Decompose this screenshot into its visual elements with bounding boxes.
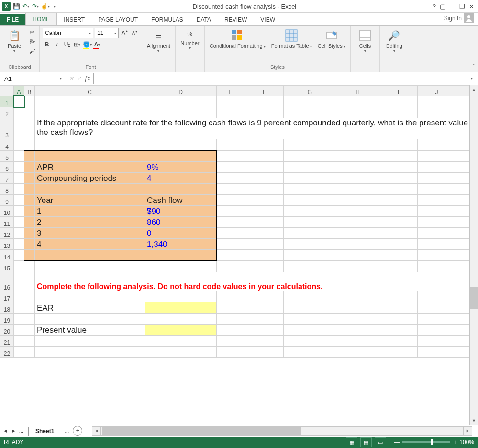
cells-button[interactable]: Cells ▾ [354, 28, 377, 54]
col-header[interactable]: B [24, 86, 35, 96]
year-2[interactable]: 2 [35, 217, 145, 228]
chevron-down-icon[interactable]: ▾ [60, 77, 62, 81]
row-header[interactable]: 1 [0, 96, 14, 107]
pv-input-cell[interactable] [145, 325, 217, 336]
year-3[interactable]: 3 [35, 228, 145, 239]
col-header[interactable]: E [217, 86, 245, 96]
col-header[interactable]: A [14, 86, 24, 96]
row-header[interactable]: 17 [0, 291, 14, 302]
col-header[interactable]: J [418, 86, 456, 96]
row-header[interactable]: 11 [0, 217, 14, 228]
horizontal-scrollbar[interactable]: ◄ ► [92, 426, 472, 436]
border-icon[interactable]: ⊞▾ [73, 40, 81, 49]
paste-button[interactable]: 📋 Paste ▾ [3, 28, 26, 54]
undo-icon[interactable]: ↶▾ [22, 2, 30, 10]
prev-sheet-icon[interactable]: ◄ [3, 428, 8, 434]
fx-icon[interactable]: ƒx [84, 75, 90, 82]
zoom-value[interactable]: 100% [459, 439, 474, 446]
underline-button[interactable]: U▾ [63, 40, 71, 49]
sign-in[interactable]: Sign In [440, 11, 478, 25]
row-header[interactable]: 15 [0, 261, 14, 272]
row-header[interactable]: 8 [0, 184, 14, 195]
tab-review[interactable]: REVIEW [218, 14, 254, 25]
scroll-thumb[interactable] [470, 287, 478, 309]
ribbon-options-icon[interactable]: ▢ [440, 3, 445, 10]
select-all-corner[interactable] [0, 86, 14, 96]
row-header[interactable]: 21 [0, 336, 14, 347]
col-header[interactable]: G [284, 86, 336, 96]
shrink-font-icon[interactable]: A▾ [130, 29, 139, 37]
scroll-right-icon[interactable]: ► [463, 426, 472, 436]
year-1[interactable]: 1 [35, 206, 145, 217]
row-header[interactable]: 7 [0, 173, 14, 184]
save-icon[interactable]: 💾 [12, 2, 20, 10]
row-header[interactable]: 20 [0, 325, 14, 336]
page-break-view-icon[interactable]: ▭ [375, 437, 386, 447]
tab-home[interactable]: HOME [25, 13, 57, 25]
close-icon[interactable]: ✕ [469, 3, 474, 10]
name-box[interactable]: A1 ▾ [2, 73, 64, 84]
vertical-scrollbar[interactable]: ▲ ▼ [469, 85, 478, 425]
cell-A1[interactable] [14, 96, 24, 107]
touch-mode-icon[interactable]: ☝▾ [41, 2, 49, 10]
row-header[interactable]: 6 [0, 162, 14, 173]
col-header[interactable]: H [336, 86, 379, 96]
row-header[interactable]: 4 [0, 139, 14, 151]
cut-icon[interactable]: ✂ [28, 28, 36, 36]
italic-button[interactable]: I [53, 40, 61, 49]
copy-icon[interactable]: ⎘▾ [28, 37, 36, 46]
help-icon[interactable]: ? [433, 3, 436, 10]
cell-styles-button[interactable]: Cell Styles ▾ [316, 28, 347, 51]
redo-icon[interactable]: ↷▾ [32, 2, 39, 10]
tab-formulas[interactable]: FORMULAS [145, 14, 190, 25]
row-header[interactable]: 10 [0, 206, 14, 217]
tab-file[interactable]: FILE [0, 14, 25, 25]
font-name-combo[interactable]: Calibri▾ [43, 28, 93, 38]
col-header[interactable]: K [456, 86, 470, 96]
number-button[interactable]: % Number ▾ [178, 28, 201, 51]
conditional-formatting-button[interactable]: Conditional Formatting ▾ [208, 28, 267, 51]
row-header[interactable]: 2 [0, 107, 14, 118]
periods-value[interactable]: 4 [145, 173, 217, 184]
row-header[interactable]: 5 [0, 150, 14, 162]
tabs-ellipsis[interactable]: ... [19, 428, 23, 434]
cf-4[interactable]: 1,340 [145, 239, 217, 250]
editing-button[interactable]: 🔎 Editing ▾ [383, 28, 406, 54]
zoom-slider[interactable] [402, 441, 450, 443]
format-as-table-button[interactable]: Format as Table ▾ [269, 28, 314, 51]
maximize-icon[interactable]: ❐ [459, 3, 465, 10]
ear-input-cell[interactable] [145, 302, 217, 314]
alignment-button[interactable]: ≡ Alignment ▾ [145, 28, 172, 54]
font-color-icon[interactable]: A▾ [93, 40, 101, 49]
cf-2[interactable]: 860 [145, 217, 217, 228]
col-header[interactable]: C [35, 86, 145, 96]
row-header[interactable]: 12 [0, 228, 14, 239]
row-header[interactable]: 19 [0, 314, 14, 325]
tabs-ellipsis-right[interactable]: ... [64, 427, 69, 434]
cf-3[interactable]: 0 [145, 228, 217, 239]
row-header[interactable]: 3 [0, 118, 14, 139]
row-header[interactable]: 18 [0, 302, 14, 314]
cancel-formula-icon[interactable]: ✕ [69, 75, 74, 82]
grow-font-icon[interactable]: A▴ [120, 29, 129, 37]
next-sheet-icon[interactable]: ► [11, 428, 16, 434]
page-layout-view-icon[interactable]: ▤ [360, 437, 372, 447]
sheet-tab-active[interactable]: Sheet1 [28, 427, 61, 436]
tab-insert[interactable]: INSERT [57, 14, 91, 25]
row-header[interactable]: 22 [0, 347, 14, 358]
row-header[interactable]: 14 [0, 250, 14, 261]
zoom-out-icon[interactable]: — [394, 439, 400, 446]
font-size-combo[interactable]: 11▾ [95, 28, 119, 38]
hscroll-thumb[interactable] [102, 427, 301, 435]
bold-button[interactable]: B [43, 40, 51, 49]
enter-formula-icon[interactable]: ✓ [77, 75, 81, 82]
scroll-left-icon[interactable]: ◄ [92, 426, 101, 436]
worksheet-grid[interactable]: A B C D E F G H I J K 1 2 3If the approp… [0, 85, 469, 425]
expand-formula-icon[interactable]: ▾ [471, 77, 473, 81]
collapse-ribbon-icon[interactable]: ˄ [472, 63, 475, 70]
scroll-up-icon[interactable]: ▲ [470, 85, 478, 93]
tab-data[interactable]: DATA [190, 14, 218, 25]
row-header[interactable]: 16 [0, 272, 14, 291]
col-header[interactable]: I [379, 86, 418, 96]
zoom-in-icon[interactable]: + [453, 439, 456, 446]
